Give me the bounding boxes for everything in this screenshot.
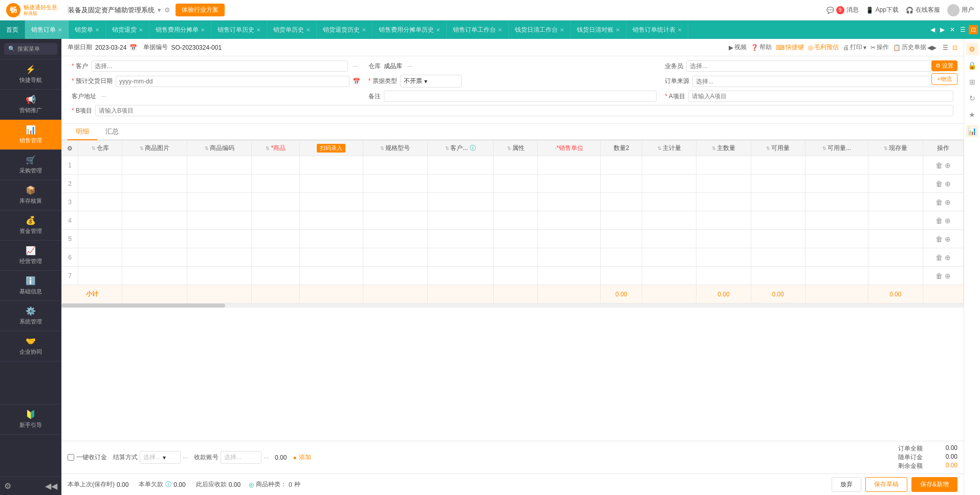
- sidebar-item-system[interactable]: ⚙️ 系统管理: [0, 301, 61, 331]
- rs-lock-icon[interactable]: 🔒: [966, 59, 978, 72]
- row-product-name[interactable]: [252, 156, 300, 175]
- row-product-img[interactable]: [122, 156, 187, 175]
- sidebar-item-guide[interactable]: 🔰 新手引导: [0, 404, 61, 435]
- app-download-btn[interactable]: 📱 App下载: [866, 6, 899, 14]
- row-copy-btn[interactable]: ⊕: [945, 235, 951, 243]
- tab-bill-history[interactable]: 销货单历史 ✕: [267, 20, 317, 39]
- row-delete-btn[interactable]: 🗑: [935, 217, 943, 225]
- rs-chart-icon[interactable]: 📊: [966, 125, 978, 137]
- remark-input[interactable]: [384, 91, 657, 102]
- row-copy-btn[interactable]: ⊕: [945, 272, 951, 280]
- tab-sales-return[interactable]: 销货退货 ✕: [106, 20, 149, 39]
- tab-sales-expense[interactable]: 销售费用分摊单 ✕: [149, 20, 211, 39]
- row-delete-btn[interactable]: 🗑: [935, 198, 943, 206]
- sidebar-item-marketing[interactable]: 📢 营销推广: [0, 90, 61, 120]
- add-payment-btn[interactable]: ● 添加: [293, 453, 311, 462]
- debt-info-icon[interactable]: ⓘ: [165, 480, 171, 489]
- sidebar-item-inventory[interactable]: 📦 库存核算: [0, 180, 61, 210]
- row-customer-code[interactable]: [428, 156, 494, 175]
- row-copy-btn[interactable]: ⊕: [945, 161, 951, 169]
- tab-home[interactable]: 首页: [0, 20, 25, 39]
- salesperson-input[interactable]: [686, 60, 941, 72]
- customer-input[interactable]: [91, 60, 348, 72]
- gear-icon[interactable]: ⚙: [164, 6, 170, 14]
- scan-input-btn[interactable]: 扫码录入: [317, 144, 345, 153]
- nav-next-icon[interactable]: ▶: [938, 25, 947, 34]
- sidebar-item-basic-info[interactable]: ℹ️ 基础信息: [0, 271, 61, 301]
- row-copy-btn[interactable]: ⊕: [945, 180, 951, 188]
- row-stock[interactable]: [868, 156, 923, 175]
- nav-close-all-icon[interactable]: ✕: [948, 25, 957, 34]
- nav-grid-icon[interactable]: ☰: [958, 25, 968, 34]
- rs-refresh-icon[interactable]: ↻: [966, 92, 978, 104]
- tab-summary[interactable]: 汇总: [97, 124, 127, 140]
- account-select[interactable]: 选择...: [221, 451, 262, 464]
- shortcut-btn[interactable]: ⌨ 快捷键: [776, 43, 804, 52]
- tab-close-icon[interactable]: ✕: [58, 27, 62, 33]
- discard-btn[interactable]: 放弃: [832, 477, 861, 492]
- tab-daily-workbench[interactable]: 钱货日清工作台 ✕: [509, 20, 571, 39]
- expand-btn[interactable]: ⊡: [952, 44, 957, 51]
- customer-more-btn[interactable]: ···: [351, 62, 360, 70]
- row-attribute[interactable]: [494, 156, 538, 175]
- tab-close-icon[interactable]: ✕: [139, 27, 143, 33]
- tab-close-icon[interactable]: ✕: [678, 27, 682, 33]
- history-btn[interactable]: 📋 历史单据 ◀▶: [893, 43, 937, 52]
- row-available2[interactable]: [805, 156, 868, 175]
- row-spec[interactable]: [363, 156, 428, 175]
- tab-close-icon[interactable]: ✕: [616, 27, 620, 33]
- one-click-input[interactable]: [68, 454, 74, 461]
- payment-more-btn[interactable]: ···: [183, 454, 188, 461]
- sidebar-search-area[interactable]: 🔍 搜索菜单: [0, 39, 61, 59]
- sidebar-item-operation[interactable]: 📈 经营管理: [0, 241, 61, 271]
- message-btn[interactable]: 💬 9 消息: [826, 6, 859, 14]
- sidebar-item-quick-nav[interactable]: ⚡ 快捷导航: [0, 59, 61, 90]
- row-warehouse[interactable]: [78, 156, 122, 175]
- tab-order-history[interactable]: 销售订单历史 ✕: [211, 20, 267, 39]
- address-more-btn[interactable]: ···: [99, 93, 108, 100]
- col-gear[interactable]: ⚙: [62, 141, 78, 156]
- invoice-type-select[interactable]: 不开票 ▾: [400, 75, 462, 88]
- delivery-date-input[interactable]: [116, 76, 350, 87]
- sidebar-item-sales[interactable]: 📊 销售管理: [0, 120, 61, 150]
- calendar2-icon[interactable]: 📅: [353, 78, 360, 85]
- sidebar-item-purchase[interactable]: 🛒 采购管理: [0, 150, 61, 180]
- save-new-btn[interactable]: 保存&新增: [911, 477, 957, 492]
- row-qty2[interactable]: [601, 156, 642, 175]
- row-delete-btn[interactable]: 🗑: [935, 161, 943, 169]
- rs-grid-icon[interactable]: ⊞: [966, 76, 978, 88]
- tab-return-history[interactable]: 销货退货历史 ✕: [317, 20, 373, 39]
- row-delete-btn[interactable]: 🗑: [935, 253, 943, 262]
- b-project-input[interactable]: [95, 105, 953, 116]
- payment-select[interactable]: 选择... ▾: [140, 451, 181, 464]
- tab-close-icon[interactable]: ✕: [560, 27, 564, 33]
- sidebar-item-finance[interactable]: 💰 资金管理: [0, 210, 61, 241]
- tab-sales-order[interactable]: 销售订单 ✕: [25, 20, 69, 39]
- tab-order-workbench[interactable]: 销售订单工作台 ✕: [447, 20, 509, 39]
- tab-expense-history[interactable]: 销售费用分摊单历史 ✕: [373, 20, 447, 39]
- row-main-qty[interactable]: [696, 156, 751, 175]
- trial-btn[interactable]: 体验行业方案: [176, 4, 225, 16]
- order-source-input[interactable]: [692, 76, 947, 87]
- row-product-code[interactable]: [187, 156, 252, 175]
- online-service-btn[interactable]: 🎧 在线客服: [906, 6, 940, 14]
- view-toggle-btn[interactable]: ☰: [943, 44, 948, 51]
- account-more-btn[interactable]: ···: [264, 454, 269, 461]
- settings-btn[interactable]: ⚙ ⚙设置 设置: [931, 60, 957, 71]
- tab-close-icon[interactable]: ✕: [95, 27, 99, 33]
- tab-close-icon[interactable]: ✕: [362, 27, 366, 33]
- tab-detail[interactable]: 明细: [68, 124, 97, 140]
- sidebar-gear-icon[interactable]: ⚙: [4, 481, 11, 491]
- scroll-bar[interactable]: [61, 304, 964, 308]
- system-title[interactable]: 装备及固定资产辅助管理系统 ▾ ⚙: [68, 6, 170, 15]
- preview-btn[interactable]: ▶ 视频: [729, 43, 747, 52]
- scroll-thumb[interactable]: [61, 304, 225, 308]
- tab-close-icon[interactable]: ✕: [306, 27, 310, 33]
- row-available[interactable]: [751, 156, 805, 175]
- operate-btn[interactable]: ✂ 操作: [870, 43, 889, 52]
- row-main-unit[interactable]: [642, 156, 696, 175]
- tab-close-icon[interactable]: ✕: [498, 27, 502, 33]
- tab-sales-bill[interactable]: 销货单 ✕: [69, 20, 106, 39]
- nav-expand-icon[interactable]: ⊡: [969, 25, 978, 34]
- rs-settings-icon[interactable]: ⚙: [966, 43, 978, 55]
